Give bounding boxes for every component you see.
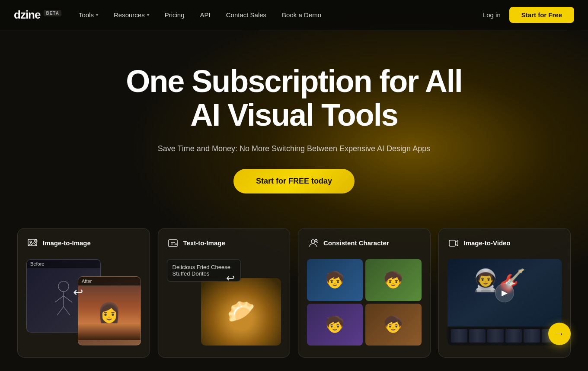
nav-link-demo[interactable]: Book a Demo	[282, 11, 321, 19]
img2img-demo: Before ↩ After	[26, 259, 141, 346]
nav-item-api[interactable]: API	[200, 11, 211, 19]
card-content-img2img: Before ↩ After	[26, 256, 141, 349]
after-photo: 👩	[78, 285, 140, 340]
hero-title-line1: One Subscription for All	[126, 64, 462, 98]
nav-item-resources[interactable]: Resources ▾	[114, 11, 149, 19]
nav-link-api[interactable]: API	[200, 11, 211, 19]
after-label: After	[78, 277, 140, 285]
video-filmstrip	[447, 327, 562, 346]
chevron-down-icon: ▾	[147, 13, 149, 17]
card-header-img2img: Image-to-Image	[26, 237, 141, 249]
strip-frame-3	[487, 329, 504, 342]
food-visual: 🥟	[201, 278, 281, 346]
nav-link-tools[interactable]: Tools ▾	[79, 11, 98, 19]
chevron-down-icon: ▾	[96, 13, 98, 17]
nav-link-contact[interactable]: Contact Sales	[226, 11, 266, 19]
next-fab-button[interactable]: →	[548, 323, 571, 345]
hero-section: One Subscription for All AI Visual Tools…	[0, 30, 588, 219]
svg-point-2	[58, 281, 69, 292]
cta-text-end: today	[309, 177, 332, 185]
hero-cta-button[interactable]: Start for FREE today	[233, 169, 355, 193]
card-image-to-image: Image-to-Image Before	[17, 228, 150, 358]
login-button[interactable]: Log in	[483, 11, 501, 19]
image-to-image-icon	[26, 237, 38, 249]
hero-subtitle: Save Time and Money: No More Switching B…	[17, 144, 571, 153]
svg-point-12	[315, 239, 317, 241]
card-title-character: Consistent Character	[323, 239, 389, 247]
nav-left: dzine BETA Tools ▾ Resources ▾ Pricing A…	[14, 8, 321, 22]
card-title-txt2img: Text-to-Image	[183, 239, 225, 247]
transform-arrow-icon: ↩	[73, 285, 83, 299]
card-consistent-character: Consistent Character 🧒 🧒 🧒 🧒	[298, 228, 431, 358]
transform-arrow2-icon: ↩	[226, 272, 235, 284]
logo[interactable]: dzine BETA	[14, 8, 61, 22]
before-label: Before	[27, 260, 100, 268]
navbar: dzine BETA Tools ▾ Resources ▾ Pricing A…	[0, 0, 588, 30]
prompt-text: Delicious Fried Cheese Stuffed Doritos	[173, 264, 230, 277]
nav-right: Log in Start for Free	[483, 7, 574, 23]
card-content-character: 🧒 🧒 🧒 🧒	[307, 256, 422, 349]
image-to-video-icon	[447, 237, 460, 249]
svg-point-11	[311, 240, 315, 243]
logo-beta: BETA	[44, 10, 61, 16]
card-header-txt2img: Text-to-Image	[167, 237, 281, 249]
character-grid: 🧒 🧒 🧒 🧒	[307, 259, 422, 346]
hero-heading: One Subscription for All AI Visual Tools	[17, 65, 571, 132]
card-content-img2vid: 👨‍🚀🎸 ▶	[447, 256, 562, 349]
strip-frame-1	[451, 329, 467, 342]
nav-item-contact[interactable]: Contact Sales	[226, 11, 266, 19]
strip-frame-5	[524, 329, 540, 342]
food-emoji: 🥟	[227, 298, 255, 325]
nav-link-pricing[interactable]: Pricing	[165, 11, 185, 19]
nav-links: Tools ▾ Resources ▾ Pricing API Contact …	[79, 11, 321, 19]
txt2img-result-image: 🥟	[201, 278, 281, 346]
svg-rect-13	[449, 240, 455, 246]
nav-link-resources[interactable]: Resources ▾	[114, 11, 149, 19]
card-title-img2vid: Image-to-Video	[464, 239, 511, 247]
tools-grid: Image-to-Image Before	[0, 219, 588, 371]
svg-line-6	[57, 307, 64, 315]
logo-text: dzine	[14, 8, 40, 22]
after-panel: After 👩	[78, 276, 141, 346]
cta-text-start: Start for	[256, 177, 288, 185]
card-text-to-image: Text-to-Image Delicious Fried Cheese Stu…	[158, 228, 291, 358]
video-main: 👨‍🚀🎸 ▶	[447, 259, 562, 327]
svg-line-5	[64, 296, 72, 302]
txt2img-demo: Delicious Fried Cheese Stuffed Doritos ↩…	[167, 259, 281, 346]
card-title-img2img: Image-to-Image	[43, 239, 91, 247]
play-button[interactable]: ▶	[495, 283, 514, 302]
character-cell-1: 🧒	[307, 259, 363, 301]
nav-item-pricing[interactable]: Pricing	[165, 11, 185, 19]
nav-item-tools[interactable]: Tools ▾	[79, 11, 98, 19]
character-cell-3: 🧒	[307, 304, 363, 346]
text-to-image-icon	[167, 237, 179, 249]
svg-point-1	[30, 241, 32, 243]
character-cell-2: 🧒	[365, 259, 421, 301]
strip-frame-2	[469, 329, 486, 342]
svg-line-4	[55, 296, 64, 302]
svg-line-7	[64, 307, 70, 315]
consistent-character-icon	[307, 237, 319, 249]
strip-frame-4	[505, 329, 522, 342]
card-header-img2vid: Image-to-Video	[447, 237, 562, 249]
hero-title-line2: AI Visual Tools	[190, 98, 397, 132]
next-arrow-icon: →	[555, 328, 564, 339]
nav-item-demo[interactable]: Book a Demo	[282, 11, 321, 19]
video-demo: 👨‍🚀🎸 ▶	[447, 259, 562, 346]
start-for-free-button[interactable]: Start for Free	[509, 7, 574, 23]
character-cell-4: 🧒	[365, 304, 421, 346]
card-header-character: Consistent Character	[307, 237, 422, 249]
card-content-txt2img: Delicious Fried Cheese Stuffed Doritos ↩…	[167, 256, 281, 349]
cta-text-bold: FREE	[288, 177, 309, 185]
